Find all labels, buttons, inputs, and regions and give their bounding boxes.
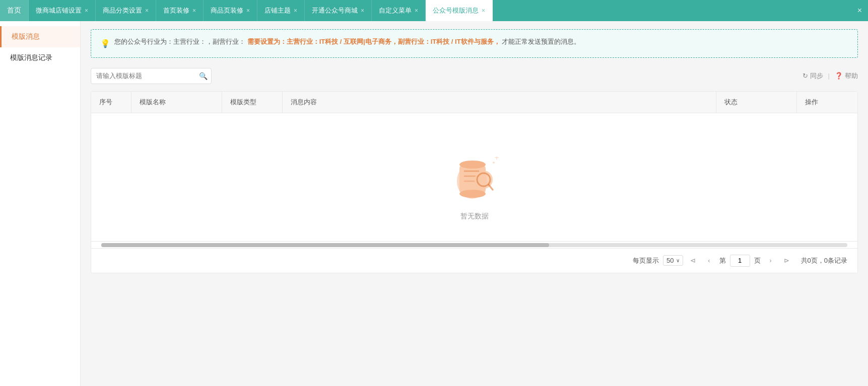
col-content: 消息内容: [283, 92, 716, 113]
empty-illustration: [444, 143, 505, 204]
data-table: 序号 模版名称 模版类型 消息内容 状态 操作: [91, 91, 858, 273]
close-tab-template-message[interactable]: ×: [482, 7, 485, 14]
page-number-input[interactable]: [730, 255, 750, 267]
next-page-button[interactable]: ›: [765, 255, 777, 267]
pagination: 每页显示 50 ∨ ⊲ ‹ 第 页 › ⊳: [91, 248, 857, 273]
sync-icon: ↻: [803, 72, 808, 80]
page-size-label: 每页显示: [633, 256, 659, 265]
search-actions: ↻ 同步 | ❓ 帮助: [803, 71, 858, 81]
svg-point-3: [459, 190, 486, 198]
empty-text: 暂无数据: [460, 212, 489, 221]
help-icon: ❓: [835, 72, 843, 80]
col-index: 序号: [91, 92, 131, 113]
col-type: 模版类型: [222, 92, 283, 113]
search-input-wrap: 🔍: [91, 68, 212, 84]
scrollbar-track: [101, 243, 847, 247]
last-page-icon: ⊳: [784, 257, 789, 264]
action-divider: |: [828, 72, 830, 80]
prev-page-icon: ‹: [708, 257, 710, 264]
notice-icon: 💡: [100, 37, 110, 50]
horizontal-scrollbar[interactable]: [91, 241, 857, 248]
sidebar: 模版消息 模版消息记录: [0, 21, 81, 386]
page-suffix-label: 页: [754, 256, 761, 265]
col-status: 状态: [716, 92, 797, 113]
tab-open-mall[interactable]: 开通公众号商城 ×: [305, 0, 372, 21]
tab-template-message[interactable]: 公众号模版消息 ×: [426, 0, 493, 21]
first-page-button[interactable]: ⊲: [687, 255, 699, 267]
close-tab-shop-settings[interactable]: ×: [85, 7, 88, 14]
svg-point-2: [459, 161, 486, 169]
close-tab-category-settings[interactable]: ×: [145, 7, 149, 14]
prev-page-button[interactable]: ‹: [703, 255, 715, 267]
chevron-down-icon: ∨: [676, 258, 680, 263]
tab-category-settings[interactable]: 商品分类设置 ×: [96, 0, 156, 21]
tab-home-decoration[interactable]: 首页装修 ×: [156, 0, 204, 21]
top-nav: 首页 微商城店铺设置 × 商品分类设置 × 首页装修 × 商品页装修 × 店铺主…: [0, 0, 868, 21]
col-action: 操作: [797, 92, 857, 113]
content-area: 💡 您的公众号行业为：主营行业：，副营行业： 需要设置为：主营行业：IT科技 /…: [81, 21, 868, 386]
global-close-button[interactable]: ×: [857, 6, 862, 15]
notice-banner: 💡 您的公众号行业为：主营行业：，副营行业： 需要设置为：主营行业：IT科技 /…: [91, 29, 858, 58]
tab-product-decoration[interactable]: 商品页装修 ×: [204, 0, 257, 21]
close-tab-home-decoration[interactable]: ×: [192, 7, 196, 14]
total-info: 共0页，0条记录: [801, 256, 847, 265]
help-button[interactable]: ❓ 帮助: [835, 71, 858, 81]
scrollbar-thumb[interactable]: [101, 243, 549, 247]
close-tab-product-decoration[interactable]: ×: [246, 7, 250, 14]
last-page-button[interactable]: ⊳: [781, 255, 793, 267]
svg-point-10: [493, 162, 495, 164]
svg-line-9: [489, 185, 493, 190]
col-name: 模版名称: [131, 92, 222, 113]
tab-custom-menu[interactable]: 自定义菜单 ×: [372, 0, 426, 21]
next-page-icon: ›: [769, 257, 771, 264]
close-tab-custom-menu[interactable]: ×: [415, 7, 418, 14]
main-layout: 模版消息 模版消息记录 💡 您的公众号行业为：主营行业：，副营行业： 需要设置为…: [0, 21, 868, 386]
sidebar-item-template-message-log[interactable]: 模版消息记录: [0, 47, 80, 68]
empty-state: 暂无数据: [91, 113, 857, 241]
notice-text: 您的公众号行业为：主营行业：，副营行业： 需要设置为：主营行业：IT科技 / 互…: [114, 37, 580, 47]
table-header: 序号 模版名称 模版类型 消息内容 状态 操作: [91, 92, 857, 113]
sync-button[interactable]: ↻ 同步: [803, 71, 823, 81]
search-input[interactable]: [91, 68, 212, 84]
first-page-icon: ⊲: [690, 257, 696, 264]
sidebar-item-template-message[interactable]: 模版消息: [0, 26, 80, 47]
close-tab-open-mall[interactable]: ×: [361, 7, 364, 14]
search-button[interactable]: 🔍: [199, 72, 208, 80]
tab-shop-settings[interactable]: 微商城店铺设置 ×: [29, 0, 96, 21]
search-bar: 🔍 ↻ 同步 | ❓ 帮助: [91, 68, 858, 84]
close-tab-shop-theme[interactable]: ×: [294, 7, 297, 14]
tab-home[interactable]: 首页: [0, 0, 29, 21]
page-prefix-label: 第: [719, 256, 726, 265]
page-size-select[interactable]: 50 ∨: [663, 255, 683, 266]
tab-shop-theme[interactable]: 店铺主题 ×: [257, 0, 305, 21]
